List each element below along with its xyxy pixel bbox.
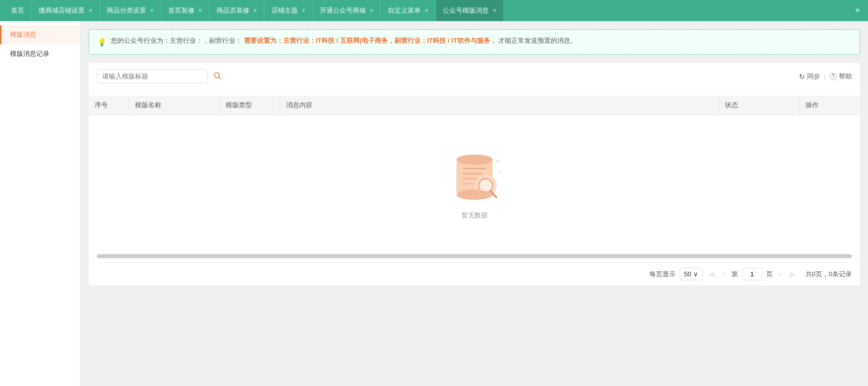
tab-close-wechat-shop[interactable]: × — [89, 8, 92, 14]
chevron-down-icon: ∨ — [693, 270, 698, 278]
svg-point-15 — [456, 190, 493, 200]
svg-text:✦: ✦ — [499, 169, 503, 174]
tab-product-decoration[interactable]: 商品页装修× — [210, 0, 264, 21]
search-bar: ↻ 同步 | ? 帮助 — [89, 63, 860, 90]
col-status: 状态 — [719, 96, 799, 115]
first-page-button[interactable]: ⊲ — [707, 269, 717, 279]
pre-page-label: 第 — [731, 270, 738, 279]
col-seq: 序号 — [89, 96, 129, 115]
close-all-tabs-button[interactable]: × — [851, 6, 864, 15]
table-wrapper: ↻ 同步 | ? 帮助 序号 模版名称 模版类型 消息内容 状态 操作 — [89, 63, 860, 285]
divider: | — [824, 72, 826, 80]
help-label: 帮助 — [839, 72, 852, 81]
pagination: 每页显示 50 ∨ ⊲ ‹ 第 页 › ⊳ 共0页，0条记录 — [89, 262, 860, 285]
page-number-input[interactable] — [742, 268, 762, 280]
empty-text: 暂无数据 — [461, 211, 488, 220]
tab-close-product-decoration[interactable]: × — [253, 8, 257, 14]
col-action: 操作 — [799, 96, 860, 115]
col-type: 模版类型 — [220, 96, 280, 115]
notice-suffix: 才能正常发送预置的消息。 — [498, 37, 577, 44]
svg-line-1 — [219, 77, 221, 79]
table-header: 序号 模版名称 模版类型 消息内容 状态 操作 — [89, 96, 860, 115]
empty-illustration: ✦ ✦ — [444, 145, 505, 211]
empty-state: ✦ ✦ 暂无数据 — [89, 115, 860, 250]
notice-text: 您的公众号行业为：主营行业：，副营行业： 需要设置为：主营行业：IT科技 / 互… — [111, 36, 851, 46]
prev-page-button[interactable]: ‹ — [721, 269, 727, 279]
svg-point-14 — [481, 181, 484, 184]
search-left — [97, 69, 223, 84]
tab-open-mall[interactable]: 开通公众号商城× — [313, 0, 381, 21]
main-layout: 模版消息模版消息记录 💡 您的公众号行业为：主营行业：，副营行业： 需要设置为：… — [0, 21, 868, 386]
next-page-button[interactable]: › — [777, 269, 783, 279]
tab-close-product-category[interactable]: × — [150, 8, 154, 14]
total-label: 共0页，0条记录 — [806, 270, 852, 279]
sync-icon: ↻ — [799, 72, 805, 81]
tab-close-custom-menu[interactable]: × — [425, 8, 428, 14]
svg-text:✦: ✦ — [495, 157, 501, 165]
notice-highlight: 需要设置为：主营行业：IT科技 / 互联网|电子商务，副营行业：IT科技 / I… — [244, 37, 497, 44]
help-icon: ? — [830, 73, 837, 80]
per-page-label: 每页显示 — [649, 270, 676, 279]
tab-template-msg[interactable]: 公众号模版消息× — [436, 0, 504, 21]
tab-close-open-mall[interactable]: × — [370, 8, 373, 14]
tab-close-template-msg[interactable]: × — [493, 8, 496, 14]
page-suffix-label: 页 — [766, 270, 773, 279]
tab-custom-menu[interactable]: 自定义菜单× — [381, 0, 436, 21]
col-name: 模版名称 — [129, 96, 220, 115]
notice-banner: 💡 您的公众号行业为：主营行业：，副营行业： 需要设置为：主营行业：IT科技 /… — [89, 29, 860, 55]
fake-scrollbar[interactable] — [97, 254, 852, 258]
tab-home-decoration[interactable]: 首页装修× — [161, 0, 210, 21]
tab-home[interactable]: 首页 — [4, 0, 32, 21]
svg-point-5 — [456, 155, 493, 165]
notice-icon: 💡 — [97, 36, 107, 48]
tab-shop-theme[interactable]: 店铺主题× — [264, 0, 313, 21]
last-page-button[interactable]: ⊳ — [787, 269, 797, 279]
per-page-value: 50 — [684, 270, 691, 278]
notice-prefix: 您的公众号行业为：主营行业：，副营行业： — [111, 37, 242, 44]
tab-bar: 首页微商城店铺设置×商品分类设置×首页装修×商品页装修×店铺主题×开通公众号商城… — [0, 0, 868, 21]
help-button[interactable]: ? 帮助 — [830, 72, 852, 81]
sync-button[interactable]: ↻ 同步 — [799, 72, 820, 81]
sidebar-item-template-record[interactable]: 模版消息记录 — [0, 44, 80, 63]
col-content: 消息内容 — [280, 96, 719, 115]
scroll-bar-area — [89, 250, 860, 262]
search-button[interactable] — [212, 70, 223, 83]
tab-close-home-decoration[interactable]: × — [198, 8, 202, 14]
sidebar: 模版消息模版消息记录 — [0, 21, 81, 386]
search-right: ↻ 同步 | ? 帮助 — [799, 72, 852, 81]
content-area: 💡 您的公众号行业为：主营行业：，副营行业： 需要设置为：主营行业：IT科技 /… — [81, 21, 868, 386]
tab-product-category[interactable]: 商品分类设置× — [100, 0, 161, 21]
search-input[interactable] — [97, 69, 208, 84]
tab-close-shop-theme[interactable]: × — [302, 8, 305, 14]
per-page-select[interactable]: 50 ∨ — [680, 268, 703, 280]
sidebar-item-template-msg[interactable]: 模版消息 — [0, 25, 80, 44]
tab-wechat-shop[interactable]: 微商城店铺设置× — [32, 0, 100, 21]
sync-label: 同步 — [807, 72, 820, 81]
